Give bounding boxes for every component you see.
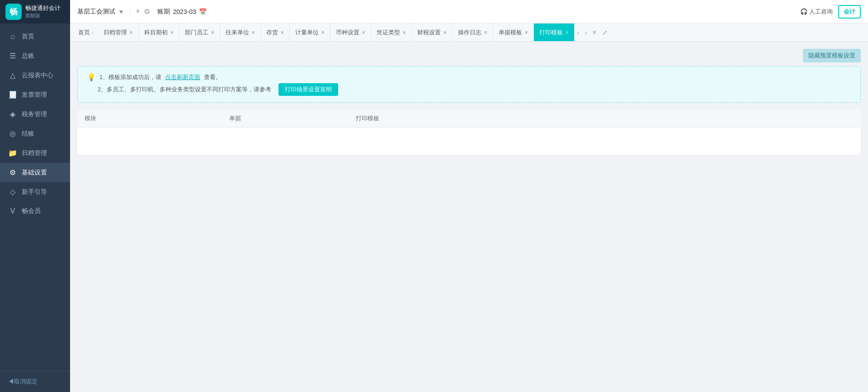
- print-scene-button[interactable]: 打印场景设置宣明: [278, 83, 338, 96]
- topbar-settings-icon[interactable]: ⚙: [144, 7, 150, 16]
- tab-close-icon[interactable]: ×: [321, 29, 325, 36]
- tab-label: 归档管理: [104, 28, 127, 37]
- tab-next-button[interactable]: ›: [582, 24, 590, 42]
- tab-label: 凭证类型: [377, 28, 400, 37]
- col-slip: 单据: [229, 114, 356, 123]
- tab-label: 财税设置: [417, 28, 441, 37]
- table-header: 模块 单据 打印模板: [77, 110, 861, 128]
- tab-slip[interactable]: 单据模板 ×: [493, 24, 534, 42]
- topbar: 基层工会测试 ▼ + ⚙ 账期 2023-03 📅 🎧 人工咨询 会计: [70, 0, 868, 24]
- tab-oplog[interactable]: 操作日志 ×: [453, 24, 493, 42]
- tab-close-icon[interactable]: ×: [566, 29, 569, 36]
- home-icon: ⌂: [8, 33, 17, 41]
- sidebar-item-label: 税务管理: [22, 110, 47, 118]
- tab-label: 操作日志: [458, 28, 481, 37]
- settle-icon: ◎: [8, 129, 17, 138]
- company-dropdown-icon: ▼: [118, 8, 124, 15]
- period-value: 2023-03: [173, 8, 196, 15]
- tab-close-icon[interactable]: ×: [403, 29, 406, 36]
- period-label: 账期: [157, 8, 170, 16]
- template-header: 隐藏预置模板设置: [77, 49, 861, 62]
- sidebar-item-archive[interactable]: 📁 归档管理: [0, 143, 70, 163]
- sidebar-nav: ⌂ 首页 ☰ 总账 △ 云报表中心 🧾 发票管理 ◈ 税务管理 ◎ 结账 📁 归…: [0, 24, 70, 371]
- close-all-tabs-button[interactable]: ×: [590, 24, 599, 42]
- sidebar-item-label: 新手引导: [22, 188, 47, 196]
- tab-close-icon[interactable]: ×: [525, 29, 528, 36]
- sidebar-item-label: 云报表中心: [22, 71, 53, 80]
- sidebar-item-label: 归档管理: [22, 149, 47, 157]
- sidebar-item-label: 畅会员: [22, 207, 41, 215]
- info-text-2: 2、多员工、多打印机、多种业务类型设置不同打印方案等，请参考: [98, 85, 271, 94]
- col-template: 打印模板: [356, 114, 854, 123]
- sidebar-item-tax[interactable]: ◈ 税务管理: [0, 104, 70, 124]
- tab-close-icon[interactable]: ×: [252, 29, 255, 36]
- ledger-icon: ☰: [8, 52, 17, 60]
- sidebar-item-settle[interactable]: ◎ 结账: [0, 124, 70, 143]
- app-title: 畅捷通好会计: [25, 5, 61, 12]
- app-sub: 旗舰版: [25, 12, 61, 19]
- print-template-table: 模块 单据 打印模板: [77, 110, 861, 155]
- tax-icon: ◈: [8, 110, 17, 118]
- tab-subject[interactable]: 科目期初 ×: [139, 24, 179, 42]
- tab-close-icon[interactable]: ×: [281, 29, 284, 36]
- invoice-icon: 🧾: [8, 90, 17, 99]
- tabbar: 首页 ‹ 归档管理 × 科目期初 × 部门员工 × 往来单位 × 存货 × 计量…: [70, 24, 868, 42]
- refresh-link[interactable]: 点击刷新页面: [165, 73, 200, 81]
- sidebar-item-settings[interactable]: ⚙ 基础设置: [0, 163, 70, 182]
- tab-home[interactable]: 首页 ‹: [74, 24, 98, 42]
- tab-print[interactable]: 打印模板 ×: [534, 24, 575, 42]
- period-selector[interactable]: 账期 2023-03 📅: [157, 8, 206, 16]
- logo-icon: 畅: [5, 4, 22, 20]
- company-selector[interactable]: 基层工会测试 ▼: [77, 8, 124, 16]
- hide-template-settings-button[interactable]: 隐藏预置模板设置: [803, 49, 861, 62]
- tab-stock[interactable]: 存货 ×: [261, 24, 290, 42]
- sidebar-item-label: 结账: [22, 130, 34, 138]
- sidebar-item-label: 总账: [22, 52, 34, 60]
- sidebar-item-reports[interactable]: △ 云报表中心: [0, 66, 70, 85]
- tab-close-icon[interactable]: ×: [211, 29, 214, 36]
- company-name: 基层工会测试: [77, 8, 115, 16]
- tab-taxsettings[interactable]: 财税设置 ×: [412, 24, 453, 42]
- calendar-icon: 📅: [199, 8, 207, 15]
- tab-close-icon[interactable]: ×: [484, 29, 487, 36]
- sidebar-item-label: 基础设置: [22, 169, 47, 177]
- tab-unit[interactable]: 计量单位 ×: [290, 24, 330, 42]
- tab-label: 单据模板: [499, 28, 522, 37]
- lightbulb-icon: 💡: [87, 73, 96, 81]
- tab-close-icon[interactable]: ×: [362, 29, 365, 36]
- tab-close-icon[interactable]: ×: [170, 29, 174, 36]
- tab-expand-button[interactable]: ⤢: [599, 24, 610, 42]
- tab-label: 币种设置: [336, 28, 359, 37]
- guide-icon: ◇: [8, 188, 17, 196]
- tab-voucher[interactable]: 凭证类型 ×: [371, 24, 412, 42]
- tab-archive[interactable]: 归档管理 ×: [98, 24, 139, 42]
- sidebar-item-label: 首页: [22, 33, 34, 41]
- service-button[interactable]: 🎧 人工咨询: [800, 8, 833, 16]
- info-row-2: 2、多员工、多打印机、多种业务类型设置不同打印方案等，请参考 打印场景设置宣明: [87, 83, 851, 96]
- sidebar-item-home[interactable]: ⌂ 首页: [0, 27, 70, 46]
- tab-close-icon[interactable]: ×: [130, 29, 133, 36]
- sidebar-item-member[interactable]: V 畅会员: [0, 202, 70, 221]
- tab-label: 存货: [266, 28, 278, 37]
- tab-prev-button[interactable]: ‹: [575, 24, 582, 42]
- sidebar-item-guide[interactable]: ◇ 新手引导: [0, 182, 70, 202]
- sidebar-item-label: 发票管理: [22, 91, 47, 99]
- tab-contact[interactable]: 往来单位 ×: [220, 24, 261, 42]
- tab-label: 科目期初: [144, 28, 168, 37]
- tab-label: 计量单位: [295, 28, 319, 37]
- tab-currency[interactable]: 币种设置 ×: [330, 24, 371, 42]
- tab-dept[interactable]: 部门员工 ×: [179, 24, 220, 42]
- add-tab-button[interactable]: +: [136, 7, 141, 16]
- tab-close-icon[interactable]: ×: [443, 29, 447, 36]
- reports-icon: △: [8, 71, 17, 80]
- kuaiji-button[interactable]: 会计: [838, 5, 861, 19]
- tab-home-label: 首页: [78, 28, 90, 37]
- member-icon: V: [8, 207, 17, 215]
- main-content: 隐藏预置模板设置 💡 1、模板添加成功后，请 点击刷新页面 查看。 2、多员工、…: [70, 42, 868, 392]
- service-label: 人工咨询: [809, 8, 833, 16]
- sidebar-item-invoice[interactable]: 🧾 发票管理: [0, 85, 70, 104]
- col-module: 模块: [85, 114, 229, 123]
- sidebar-item-ledger[interactable]: ☰ 总账: [0, 46, 70, 66]
- unpin-button[interactable]: ◀取消固定: [0, 371, 70, 392]
- tab-label: 部门员工: [185, 28, 208, 37]
